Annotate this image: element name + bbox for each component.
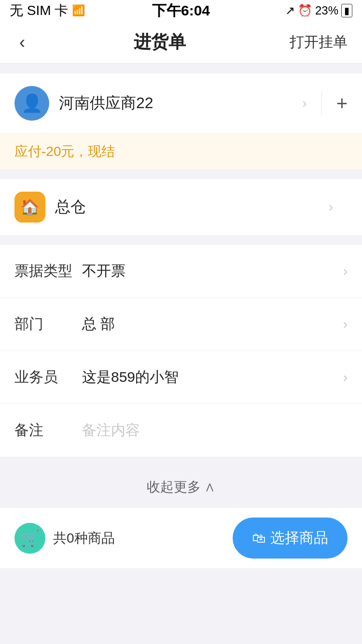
open-pending-button[interactable]: 打开挂单 xyxy=(290,32,348,52)
collapse-toggle-button[interactable]: 收起更多 ∧ xyxy=(0,466,362,508)
status-carrier: 无 SIM 卡 📶 xyxy=(10,1,85,20)
collapse-toggle-text: 收起更多 ∧ xyxy=(147,479,216,494)
invoice-type-chevron-icon: › xyxy=(343,264,348,279)
select-product-label: 选择商品 xyxy=(270,528,328,548)
supplier-row[interactable]: 👤 河南供应商22 › + xyxy=(0,73,362,134)
warehouse-icon-wrap: 🏠 xyxy=(14,192,45,223)
alarm-icon: ⏰ xyxy=(298,4,312,17)
supplier-chevron-icon: › xyxy=(302,96,306,111)
salesperson-value: 这是859的小智 xyxy=(72,367,343,387)
department-label: 部门 xyxy=(14,314,72,334)
salesperson-row[interactable]: 业务员 这是859的小智 › xyxy=(0,351,362,404)
supplier-avatar: 👤 xyxy=(14,86,49,121)
back-button[interactable]: ‹ xyxy=(14,28,30,57)
warehouse-icon: 🏠 xyxy=(20,198,40,216)
invoice-type-value: 不开票 xyxy=(72,261,343,281)
vertical-divider xyxy=(321,91,322,115)
gray-area xyxy=(0,568,362,644)
remark-row[interactable]: 备注 备注内容 xyxy=(0,404,362,457)
bottom-bar: 🛒 共0种商品 🛍 选择商品 xyxy=(0,508,362,568)
product-count-wrap: 🛒 共0种商品 xyxy=(14,523,115,554)
remark-label: 备注 xyxy=(14,420,72,440)
battery-text: 23% xyxy=(315,4,338,17)
salesperson-label: 业务员 xyxy=(14,367,72,387)
add-supplier-button[interactable]: + xyxy=(336,93,348,114)
supplier-section: 👤 河南供应商22 › + 应付-20元，现结 xyxy=(0,73,362,169)
salesperson-chevron-icon: › xyxy=(343,370,348,385)
select-product-icon: 🛍 xyxy=(252,530,265,546)
department-chevron-icon: › xyxy=(343,317,348,332)
nav-bar: ‹ 进货单 打开挂单 xyxy=(0,21,362,64)
battery-icon: ▮ xyxy=(341,4,352,17)
warehouse-chevron-icon: › xyxy=(329,199,333,215)
status-right: ↗ ⏰ 23% ▮ xyxy=(285,4,352,17)
section-gap-1 xyxy=(0,64,362,73)
warehouse-row[interactable]: 🏠 总仓 › xyxy=(0,179,362,235)
department-value: 总 部 xyxy=(72,314,343,334)
status-bar: 无 SIM 卡 📶 下午6:04 ↗ ⏰ 23% ▮ xyxy=(0,0,362,21)
department-row[interactable]: 部门 总 部 › xyxy=(0,298,362,351)
supplier-name: 河南供应商22 xyxy=(59,93,302,114)
location-icon: ↗ xyxy=(285,4,295,17)
product-icon-wrap: 🛒 xyxy=(14,523,45,554)
product-bag-icon: 🛒 xyxy=(20,529,40,547)
wifi-icon: 📶 xyxy=(72,4,85,17)
invoice-type-label: 票据类型 xyxy=(14,261,72,281)
remark-placeholder: 备注内容 xyxy=(72,420,348,440)
page-title: 进货单 xyxy=(134,30,186,54)
warehouse-name: 总仓 xyxy=(55,196,329,218)
status-time: 下午6:04 xyxy=(152,1,210,21)
select-product-button[interactable]: 🛍 选择商品 xyxy=(233,518,348,559)
carrier-text: 无 SIM 卡 xyxy=(10,1,68,20)
notice-bar: 应付-20元，现结 xyxy=(0,134,362,169)
avatar-icon: 👤 xyxy=(21,93,43,113)
product-count-text: 共0种商品 xyxy=(53,529,115,547)
form-section: 票据类型 不开票 › 部门 总 部 › 业务员 这是859的小智 › 备注 备注… xyxy=(0,245,362,457)
notice-text: 应付-20元，现结 xyxy=(14,144,115,159)
invoice-type-row[interactable]: 票据类型 不开票 › xyxy=(0,245,362,298)
